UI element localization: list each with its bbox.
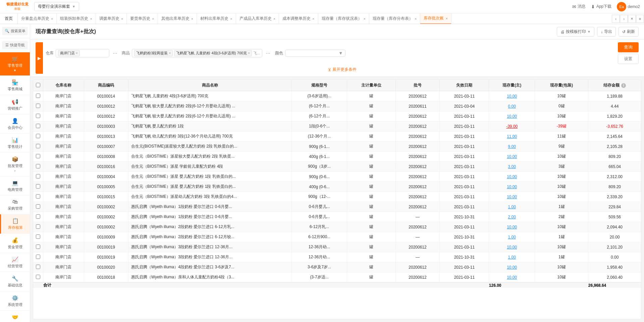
row-checkbox[interactable] [33,172,43,182]
row-qty-main[interactable]: 11.00 [489,131,535,142]
user-avatar[interactable]: Ea demo2 [617,2,640,11]
col-checkbox[interactable] [33,80,43,91]
row-qty-main[interactable]: 10.00 [489,272,535,282]
tab-other-out[interactable]: 其他出库单历史 × [158,13,197,24]
row-qty-main[interactable]: 2.00 [489,212,535,222]
tab-cost-adjust[interactable]: 成本调整单历史 × [279,13,318,24]
tab-home[interactable]: 首页 [0,13,18,24]
row-checkbox[interactable] [33,262,43,272]
row-checkbox[interactable] [33,252,43,262]
sidebar-item-system[interactable]: ⚙️ 系统管理 [0,291,30,311]
warehouse-more-btn[interactable]: ··· [111,50,118,56]
row-qty-main[interactable]: 10.00 [489,111,535,121]
color-group[interactable]: ▼ [285,50,345,57]
sidebar-item-marketing[interactable]: 📢 营销推广 [0,95,30,114]
tab-prev-btn[interactable]: ‹ [612,15,620,23]
tab-close-product-in[interactable]: × [273,17,275,21]
sidebar-item-retail[interactable]: 🛒 零售管理 ▼ [0,52,30,76]
row-qty-main[interactable]: 10.00 [489,182,535,192]
row-checkbox[interactable] [33,212,43,222]
sidebar-item-finance[interactable]: 💰 资金管理 [0,234,30,253]
row-checkbox[interactable] [33,101,43,111]
sidebar-item-retail-shop[interactable]: 🏪 零售商城 [0,76,30,95]
row-checkbox[interactable] [33,242,43,252]
app-download-btn[interactable]: ⬇ App下载 [591,4,611,9]
sidebar-item-inventory[interactable]: 📋 库存核算 [0,214,30,233]
row-qty-main[interactable]: 10.00 [489,262,535,272]
row-qty-main[interactable]: 10.00 [489,222,535,232]
sidebar-item-enterprise[interactable]: 🤝 企业协同 [0,311,30,322]
product-tag-remove-1[interactable]: × [169,51,171,55]
row-qty-main[interactable]: 0.00 [489,101,535,111]
row-checkbox[interactable] [33,202,43,212]
tab-material-out[interactable]: 材料出库单历史 × [197,13,236,24]
tab-menu-btn[interactable]: ≡ [636,15,644,23]
row-checkbox[interactable] [33,182,43,192]
tab-close-material-out[interactable]: × [230,17,232,21]
query-btn[interactable]: 查询 [618,42,639,52]
tab-close-requisition[interactable]: × [152,17,154,21]
row-qty-main[interactable]: 10.00 [489,172,535,182]
tab-requisition[interactable]: 要货单历史 × [127,13,158,24]
tab-close-batch-voucher[interactable]: × [445,16,447,20]
row-checkbox[interactable] [33,222,43,232]
row-checkbox[interactable] [33,192,43,202]
expand-more-btn[interactable]: ⊻ 展开更多条件 [46,65,639,74]
row-checkbox[interactable] [33,152,43,162]
row-qty-main[interactable]: 1.00 [489,252,535,262]
row-checkbox[interactable] [33,142,43,152]
row-qty-main[interactable]: 3.00 [489,162,535,172]
row-qty-main[interactable]: 10.00 [489,192,535,202]
sidebar-item-basic[interactable]: 🔧 基础信息 [0,272,30,291]
export-btn[interactable]: ↓ 导出 [597,27,616,37]
sidebar-item-wholesale[interactable]: 📦 批发管理 ▼ [0,153,30,176]
row-checkbox[interactable] [33,162,43,172]
refresh-btn[interactable]: ↺ 刷新 [619,27,639,37]
store-selector[interactable]: 母婴行业演示账套 ▼ [34,2,79,11]
warehouse-tag-group[interactable]: 南岸门店 × [56,49,109,57]
row-qty-main[interactable]: 9.00 [489,142,535,152]
tab-pick[interactable]: 调拨单历史 × [96,13,127,24]
row-checkbox[interactable] [33,272,43,282]
row-checkbox[interactable] [33,232,43,242]
tab-close-pick[interactable]: × [121,17,123,21]
select-all-checkbox[interactable] [36,83,40,87]
tab-close-all-btn[interactable]: × [628,15,636,23]
product-more-btn[interactable]: ··· [264,50,271,56]
sidebar-item-business[interactable]: 📈 经营管理 [0,253,30,272]
row-checkbox[interactable] [33,91,43,101]
product-tag-remove-2[interactable]: × [248,51,250,55]
sidebar-item-member[interactable]: 👤 会员中心 [0,114,30,133]
message-btn[interactable]: ✉ 消息 [572,4,586,9]
amount-info-icon[interactable]: i [621,83,626,88]
tab-next-btn[interactable]: › [620,15,628,23]
row-checkbox[interactable] [33,131,43,142]
tab-close-inventory-status[interactable]: × [364,17,366,21]
sidebar-item-retail-stat[interactable]: 📊 零售统计 [0,133,30,153]
row-checkbox[interactable] [33,111,43,121]
tab-inventory-dist[interactable]: 现存量（库存分布表） × [369,13,420,24]
tab-close-cost-adjust[interactable]: × [312,17,314,21]
sidebar-search-btn[interactable]: 🔍 搜索菜单 [2,27,28,35]
tab-split-inventory[interactable]: 分量盘点单历史 × [18,13,57,24]
tab-product-in[interactable]: 产成品入库单历史 × [236,13,279,24]
tab-close-split-inventory[interactable]: × [51,17,53,21]
filter-toggle-btn[interactable]: ▶ [36,42,43,74]
row-checkbox[interactable] [33,121,43,131]
setting-btn[interactable]: 设置 [618,54,639,64]
warehouse-tag-remove-1[interactable]: × [76,51,78,55]
row-qty-main[interactable]: 10.00 [489,242,535,252]
product-tag-group[interactable]: 飞鹤奶粉3段两提装 × 飞鹤星飞帆 儿童奶粉 4段(3-6岁适用) 700克 ×… [132,49,262,57]
sidebar-item-ecommerce[interactable]: 💻 电商管理 [0,176,30,196]
tab-inventory-status[interactable]: 现存量（库存状况表） × [318,13,369,24]
row-qty-main[interactable]: 10.00 [489,91,535,101]
tab-batch-voucher[interactable]: 库存批次账 × [420,13,451,24]
row-qty-main[interactable]: 1.00 [489,202,535,212]
color-dropdown-btn[interactable]: ▼ [338,51,343,56]
tab-close-inventory-dist[interactable]: × [415,17,417,21]
sidebar-quick-nav-btn[interactable]: ☰ 快捷导航 [2,41,28,49]
row-qty-main[interactable]: 1.00 [489,232,535,242]
template-print-btn[interactable]: 🖨 按模板打印 ▼ [557,27,594,37]
row-qty-main[interactable]: -39.00 [489,121,535,131]
sidebar-item-purchase[interactable]: 🛍 采购管理 [0,196,30,214]
